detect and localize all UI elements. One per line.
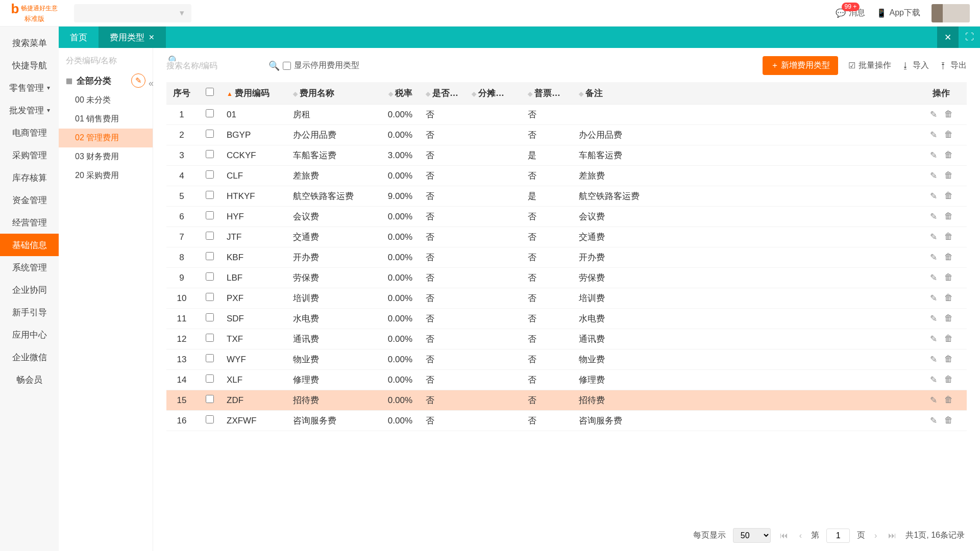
first-page-button[interactable]: ⏮ [778,531,790,540]
sidebar-item-9[interactable]: 基础信息 [0,234,59,256]
close-icon[interactable]: ✕ [149,33,155,41]
row-checkbox[interactable] [206,191,214,199]
table-row[interactable]: 15ZDF招待费0.00%否否招待费✎🗑 [166,390,967,411]
row-checkbox[interactable] [206,334,214,342]
import-button[interactable]: ⭳导入 [901,60,929,71]
messages-button[interactable]: 99 + 💬 消息 [836,8,865,18]
show-disabled-checkbox[interactable]: 显示停用费用类型 [283,60,359,71]
edit-icon[interactable]: ✎ [930,150,937,161]
app-download-button[interactable]: 📱 App下载 [876,8,920,18]
batch-action-button[interactable]: ☑批量操作 [848,60,891,71]
sidebar-item-4[interactable]: 电商管理 [0,121,59,144]
edit-icon[interactable]: ✎ [930,109,937,120]
row-checkbox[interactable] [206,272,214,281]
col-seq[interactable]: 序号 [166,82,197,105]
show-disabled-input[interactable] [283,62,291,70]
edit-icon[interactable]: ✎ [930,354,937,365]
row-checkbox[interactable] [206,130,214,138]
col-name[interactable]: ◆费用名称 [289,82,376,105]
sidebar-item-15[interactable]: 畅会员 [0,368,59,391]
table-row[interactable]: 16ZXFWF咨询服务费0.00%否否咨询服务费✎🗑 [166,411,967,431]
table-row[interactable]: 7JTF交通费0.00%否否交通费✎🗑 [166,227,967,247]
row-checkbox[interactable] [206,252,214,260]
sidebar-item-2[interactable]: 零售管理▾ [0,77,59,99]
table-row[interactable]: 6HYF会议费0.00%否否会议费✎🗑 [166,207,967,227]
export-button[interactable]: ⭱导出 [939,60,967,71]
category-item-2[interactable]: 02 管理费用 [59,129,153,147]
table-row[interactable]: 101房租0.00%否否✎🗑 [166,105,967,125]
edit-icon[interactable]: ✎ [930,130,937,140]
edit-icon[interactable]: ✎ [930,374,937,385]
category-search-input[interactable] [66,56,168,65]
col-share[interactable]: ◆分摊… [468,82,524,105]
table-row[interactable]: 8KBF开办费0.00%否否开办费✎🗑 [166,247,967,268]
row-checkbox[interactable] [206,313,214,321]
sidebar-item-3[interactable]: 批发管理▾ [0,99,59,121]
sidebar-item-7[interactable]: 资金管理 [0,189,59,211]
edit-icon[interactable]: ✎ [930,191,937,202]
col-code[interactable]: ▲费用编码 [223,82,289,105]
edit-icon[interactable]: ✎ [930,272,937,283]
table-row[interactable]: 12TXF通讯费0.00%否否通讯费✎🗑 [166,329,967,349]
delete-icon[interactable]: 🗑 [944,150,953,161]
table-row[interactable]: 11SDF水电费0.00%否否水电费✎🗑 [166,309,967,329]
col-remark[interactable]: ◆备注 [575,82,916,105]
sidebar-item-11[interactable]: 企业协同 [0,279,59,301]
delete-icon[interactable]: 🗑 [944,395,953,406]
sidebar-item-0[interactable]: 搜索菜单 [0,32,59,54]
table-search-input[interactable] [166,61,268,70]
category-item-0[interactable]: 00 未分类 [59,91,153,110]
add-expense-type-button[interactable]: ＋新增费用类型 [763,56,838,75]
edit-icon[interactable]: ✎ [930,232,937,242]
last-page-button[interactable]: ⏭ [886,531,898,540]
delete-icon[interactable]: 🗑 [944,170,953,181]
table-row[interactable]: 9LBF劳保费0.00%否否劳保费✎🗑 [166,268,967,288]
delete-icon[interactable]: 🗑 [944,354,953,365]
avatar[interactable] [932,4,970,22]
table-row[interactable]: 3CCKYF车船客运费3.00%否是车船客运费✎🗑 [166,145,967,166]
delete-icon[interactable]: 🗑 [944,130,953,140]
company-selector[interactable]: ▾ [74,4,191,22]
fullscreen-button[interactable]: ⛶ [959,27,980,48]
table-row[interactable]: 2BGYP办公用品费0.00%否否办公用品费✎🗑 [166,125,967,145]
prev-page-button[interactable]: ‹ [797,531,804,540]
edit-category-button[interactable]: ✎ [131,73,145,88]
tab-expense-type[interactable]: 费用类型 ✕ [99,27,166,48]
category-item-3[interactable]: 03 财务费用 [59,147,153,166]
edit-icon[interactable]: ✎ [930,252,937,263]
delete-icon[interactable]: 🗑 [944,109,953,120]
sidebar-item-13[interactable]: 应用中心 [0,323,59,346]
col-isx[interactable]: ◆是否… [422,82,468,105]
page-input[interactable] [826,529,850,543]
tab-home[interactable]: 首页 [59,27,99,48]
table-row[interactable]: 4CLF差旅费0.00%否否差旅费✎🗑 [166,166,967,186]
row-checkbox[interactable] [206,395,214,403]
row-checkbox[interactable] [206,150,214,158]
sidebar-item-10[interactable]: 系统管理 [0,256,59,279]
next-page-button[interactable]: › [872,531,879,540]
row-checkbox[interactable] [206,374,214,383]
edit-icon[interactable]: ✎ [930,334,937,344]
table-row[interactable]: 14XLF修理费0.00%否否修理费✎🗑 [166,370,967,390]
sidebar-item-14[interactable]: 企业微信 [0,346,59,368]
delete-icon[interactable]: 🗑 [944,313,953,324]
delete-icon[interactable]: 🗑 [944,211,953,222]
delete-icon[interactable]: 🗑 [944,334,953,344]
sidebar-item-8[interactable]: 经营管理 [0,211,59,234]
edit-icon[interactable]: ✎ [930,211,937,222]
edit-icon[interactable]: ✎ [930,170,937,181]
row-checkbox[interactable] [206,170,214,179]
delete-icon[interactable]: 🗑 [944,252,953,263]
sidebar-item-5[interactable]: 采购管理 [0,144,59,166]
edit-icon[interactable]: ✎ [930,395,937,406]
sidebar-item-1[interactable]: 快捷导航 [0,54,59,77]
row-checkbox[interactable] [206,293,214,301]
category-all-label[interactable]: 全部分类 [77,75,111,87]
delete-icon[interactable]: 🗑 [944,293,953,304]
table-row[interactable]: 5HTKYF航空铁路客运费9.00%否是航空铁路客运费✎🗑 [166,186,967,207]
row-checkbox[interactable] [206,211,214,219]
category-item-4[interactable]: 20 采购费用 [59,166,153,185]
delete-icon[interactable]: 🗑 [944,415,953,426]
delete-icon[interactable]: 🗑 [944,272,953,283]
col-rate[interactable]: ◆税率 [376,82,422,105]
